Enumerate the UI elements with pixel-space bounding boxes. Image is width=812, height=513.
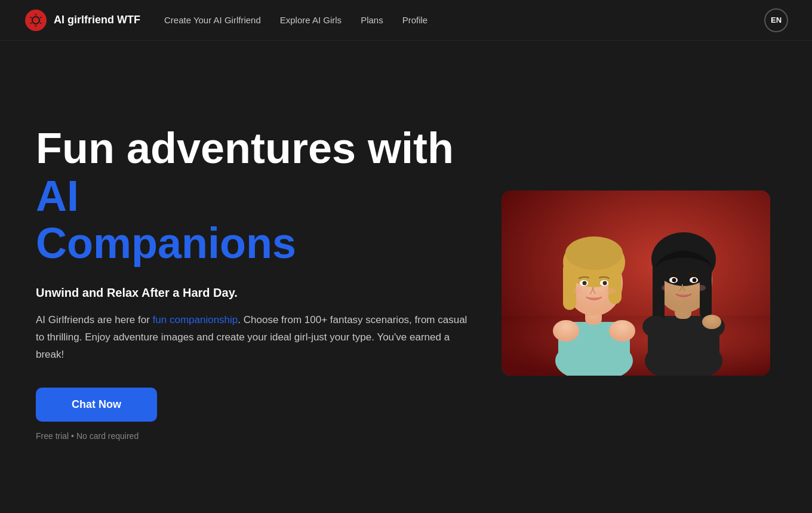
svg-point-42 xyxy=(672,278,676,282)
svg-point-28 xyxy=(603,281,607,285)
nav-link-explore[interactable]: Explore AI Girls xyxy=(280,15,342,25)
hero-content: Fun adventures with AI Companions Unwind… xyxy=(36,125,502,440)
svg-point-31 xyxy=(553,320,579,342)
svg-rect-23 xyxy=(608,262,622,304)
svg-point-43 xyxy=(693,278,697,282)
svg-rect-22 xyxy=(563,262,576,310)
svg-rect-16 xyxy=(502,316,770,376)
hero-illustration xyxy=(502,191,770,376)
hero-image xyxy=(502,191,770,376)
hero-title-companions: Companions xyxy=(36,219,296,267)
nav-link-plans[interactable]: Plans xyxy=(361,15,383,25)
svg-point-14 xyxy=(33,17,39,23)
hero-title: Fun adventures with AI Companions xyxy=(36,125,478,267)
hero-desc-part1: AI Girlfriends are here for xyxy=(36,314,153,325)
svg-point-45 xyxy=(696,285,706,291)
hero-description: AI Girlfriends are here for fun companio… xyxy=(36,312,478,364)
hero-free-trial: Free trial • No card required xyxy=(36,431,139,441)
svg-point-8 xyxy=(34,10,38,14)
language-button[interactable]: EN xyxy=(764,8,788,32)
nav-links: Create Your AI Girlfriend Explore AI Gir… xyxy=(164,15,764,25)
svg-point-24 xyxy=(565,236,623,270)
svg-point-29 xyxy=(573,288,582,294)
brand-logo[interactable]: AI girlfriend WTF xyxy=(24,8,140,32)
hero-title-part1: Fun adventures with xyxy=(36,124,454,172)
svg-point-44 xyxy=(662,285,671,291)
svg-point-46 xyxy=(642,316,669,337)
hero-section: Fun adventures with AI Companions Unwind… xyxy=(0,41,812,513)
nav-link-create[interactable]: Create Your AI Girlfriend xyxy=(164,15,261,25)
hero-desc-highlight: fun companionship xyxy=(153,314,238,325)
svg-point-11 xyxy=(34,26,38,30)
navbar: AI girlfriend WTF Create Your AI Girlfri… xyxy=(0,0,812,41)
svg-point-32 xyxy=(609,320,635,342)
hero-title-ai: AI xyxy=(36,172,79,220)
brand-icon xyxy=(24,8,48,32)
brand-name: AI girlfriend WTF xyxy=(54,14,140,26)
hero-subtitle: Unwind and Relax After a Hard Day. xyxy=(36,286,478,300)
svg-point-27 xyxy=(583,281,587,285)
svg-point-30 xyxy=(606,288,616,294)
svg-point-48 xyxy=(702,315,721,329)
nav-link-profile[interactable]: Profile xyxy=(402,15,428,25)
chat-now-button[interactable]: Chat Now xyxy=(36,388,157,422)
hero-cta: Chat Now Free trial • No card required xyxy=(36,388,478,441)
